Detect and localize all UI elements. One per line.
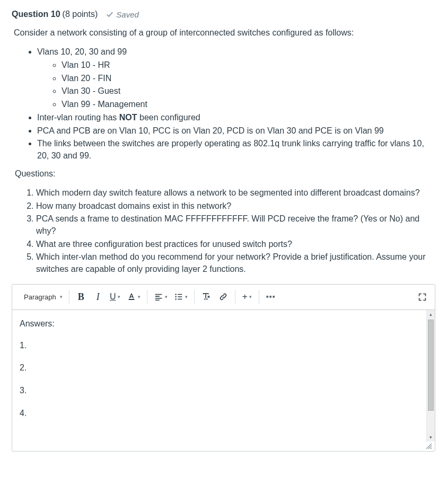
- editor-content-area[interactable]: Answers: 1. 2. 3. 4.: [12, 310, 426, 441]
- list-item: What are three configuration best practi…: [36, 238, 435, 251]
- question-points: (8 points): [63, 10, 98, 19]
- italic-button[interactable]: I: [90, 288, 107, 305]
- fullscreen-icon: [418, 293, 427, 302]
- list-item: Vlan 20 - FIN: [62, 73, 435, 85]
- underline-glyph: U: [110, 292, 116, 302]
- ellipsis-icon: •••: [266, 293, 276, 301]
- link-button[interactable]: [215, 288, 232, 305]
- paragraph-label: Paragraph: [20, 293, 58, 301]
- stem-intro: Consider a network consisting of a group…: [14, 26, 435, 39]
- question-stem: Consider a network consisting of a group…: [14, 26, 435, 276]
- saved-indicator: Saved: [106, 10, 139, 19]
- resize-grip-icon: [425, 443, 433, 450]
- scrollbar[interactable]: ▴ ▾: [426, 310, 435, 441]
- questions-list: Which modern day switch feature allows a…: [14, 187, 435, 276]
- vlan-sublist: Vlan 10 - HR Vlan 20 - FIN Vlan 30 - Gue…: [37, 59, 435, 111]
- svg-rect-5: [206, 299, 208, 300]
- separator: [69, 290, 69, 304]
- list-item: Which inter-vlan method do you recommend…: [36, 251, 435, 275]
- question-header: Question 10 (8 points) Saved: [12, 10, 435, 19]
- svg-rect-0: [128, 299, 134, 300]
- more-button[interactable]: •••: [262, 288, 279, 305]
- plus-glyph: +: [242, 291, 248, 302]
- saved-label: Saved: [116, 10, 139, 19]
- insert-button[interactable]: + ▾: [239, 288, 256, 305]
- chevron-down-icon: ▾: [249, 294, 252, 299]
- editor-toolbar: Paragraph ▾ B I U ▾ ▾ ▾ ▾: [12, 285, 435, 310]
- separator: [147, 290, 147, 304]
- link-icon: [218, 292, 228, 302]
- block-format-select[interactable]: Paragraph ▾: [16, 288, 66, 305]
- separator: [194, 290, 195, 304]
- answer-line: 3.: [20, 385, 419, 396]
- resize-handle[interactable]: [12, 441, 435, 451]
- scroll-down-icon[interactable]: ▾: [427, 433, 435, 441]
- clear-format-icon: [201, 292, 211, 302]
- rich-text-editor: Paragraph ▾ B I U ▾ ▾ ▾ ▾: [12, 284, 435, 452]
- chevron-down-icon: ▾: [165, 294, 168, 299]
- bold-glyph: B: [78, 291, 84, 303]
- list-item: Vlan 30 - Guest: [62, 85, 435, 98]
- not-emphasis: NOT: [119, 113, 137, 122]
- svg-rect-4: [204, 299, 206, 300]
- answer-line: 2.: [20, 362, 419, 374]
- svg-point-3: [175, 299, 177, 300]
- scroll-up-icon[interactable]: ▴: [427, 310, 435, 319]
- separator: [259, 290, 259, 304]
- questions-heading: Questions:: [15, 167, 435, 180]
- align-left-icon: [154, 292, 163, 302]
- scroll-thumb[interactable]: [428, 320, 434, 411]
- text-color-button[interactable]: ▾: [124, 288, 144, 305]
- text: been configured: [137, 113, 200, 122]
- list-item: PCA and PCB are on Vlan 10, PCC is on Vl…: [37, 125, 435, 137]
- svg-point-2: [175, 296, 177, 298]
- answers-heading: Answers:: [20, 319, 419, 330]
- chevron-down-icon: ▾: [60, 294, 63, 299]
- fullscreen-button[interactable]: [414, 288, 431, 305]
- checkmark-icon: [106, 11, 113, 18]
- question-number: Question 10: [12, 10, 60, 19]
- list-item: Vlan 10 - HR: [62, 59, 435, 72]
- list-item: Vlan 99 - Management: [62, 99, 435, 111]
- list-item: The links between the switches are prope…: [37, 138, 435, 162]
- answer-line: 1.: [20, 340, 419, 351]
- list-item: Inter-vlan routing has NOT been configur…: [37, 112, 435, 124]
- italic-glyph: I: [97, 291, 100, 303]
- bold-button[interactable]: B: [73, 288, 90, 305]
- list-item: PCA sends a frame to destination MAC FFF…: [36, 213, 435, 237]
- list-button[interactable]: ▾: [171, 288, 191, 305]
- list-item: Vlans 10, 20, 30 and 99 Vlan 10 - HR Vla…: [37, 46, 435, 111]
- list-item: Which modern day switch feature allows a…: [36, 187, 435, 199]
- chevron-down-icon: ▾: [185, 294, 188, 299]
- align-button[interactable]: ▾: [151, 288, 171, 305]
- clear-formatting-button[interactable]: [198, 288, 215, 305]
- underline-button[interactable]: U ▾: [107, 288, 124, 305]
- list-item: How many broadcast domains exist in this…: [36, 200, 435, 213]
- text-color-icon: [127, 292, 136, 302]
- answer-line: 4.: [20, 408, 419, 419]
- chevron-down-icon: ▾: [138, 294, 141, 299]
- text: Inter-vlan routing has: [37, 113, 119, 122]
- chevron-down-icon: ▾: [118, 294, 120, 299]
- svg-point-1: [175, 294, 177, 296]
- config-list: Vlans 10, 20, 30 and 99 Vlan 10 - HR Vla…: [14, 46, 435, 162]
- vlan-summary: Vlans 10, 20, 30 and 99: [37, 47, 127, 56]
- separator: [235, 290, 235, 304]
- bullet-list-icon: [174, 292, 183, 302]
